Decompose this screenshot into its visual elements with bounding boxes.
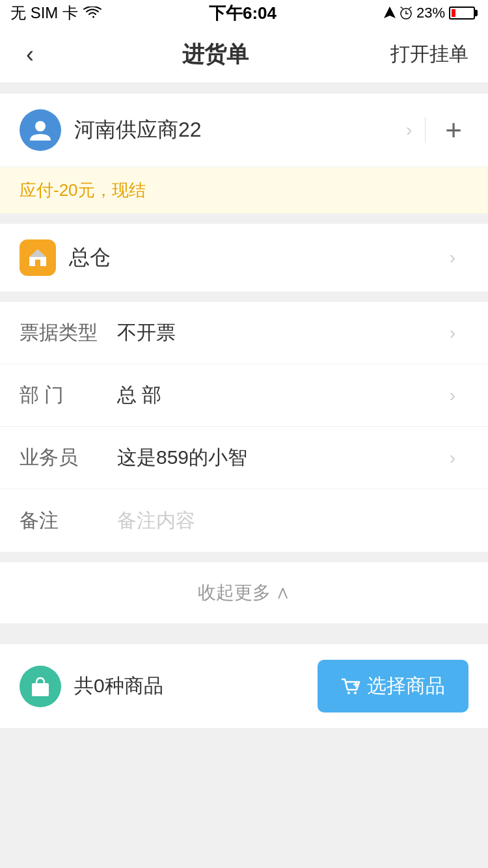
alarm-icon bbox=[400, 7, 413, 20]
battery-icon bbox=[449, 7, 478, 20]
supplier-name: 河南供应商22 bbox=[74, 116, 406, 144]
warehouse-name: 总仓 bbox=[69, 243, 450, 272]
supplier-section: 河南供应商22 › + 应付-20元，现结 bbox=[0, 94, 488, 213]
invoice-type-chevron-icon: › bbox=[450, 323, 455, 344]
status-time: 下午6:04 bbox=[209, 2, 277, 25]
invoice-type-value: 不开票 bbox=[111, 319, 450, 346]
carrier-label: 无 SIM 卡 bbox=[10, 3, 78, 23]
invoice-type-label: 票据类型 bbox=[20, 319, 111, 346]
product-count-label: 共0种商品 bbox=[74, 673, 305, 699]
warehouse-chevron-icon: › bbox=[450, 247, 455, 268]
department-label: 部 门 bbox=[20, 382, 111, 409]
remark-input[interactable]: 备注内容 bbox=[111, 508, 468, 534]
salesperson-row[interactable]: 业务员 这是859的小智 › bbox=[0, 427, 488, 489]
select-product-label: 选择商品 bbox=[367, 673, 445, 699]
open-pending-button[interactable]: 打开挂单 bbox=[390, 41, 468, 68]
status-left: 无 SIM 卡 bbox=[10, 3, 102, 23]
back-button[interactable]: ‹ bbox=[20, 34, 40, 75]
vertical-divider bbox=[425, 117, 426, 143]
svg-point-8 bbox=[347, 692, 350, 694]
notice-text: 应付-20元，现结 bbox=[20, 180, 146, 200]
invoice-type-row[interactable]: 票据类型 不开票 › bbox=[0, 302, 488, 364]
select-product-button[interactable]: 选择商品 bbox=[318, 660, 468, 712]
department-value: 总 部 bbox=[111, 382, 450, 409]
wifi-icon bbox=[83, 7, 102, 20]
form-section: 票据类型 不开票 › 部 门 总 部 › 业务员 这是859的小智 › 备注 备… bbox=[0, 302, 488, 552]
page-background bbox=[0, 728, 488, 868]
cart-add-icon bbox=[341, 677, 360, 696]
nav-bar: ‹ 进货单 打开挂单 bbox=[0, 26, 488, 83]
status-bar: 无 SIM 卡 下午6:04 23% bbox=[0, 0, 488, 26]
location-icon bbox=[384, 7, 396, 20]
remark-row[interactable]: 备注 备注内容 bbox=[0, 489, 488, 552]
department-chevron-icon: › bbox=[450, 385, 455, 406]
svg-rect-6 bbox=[35, 260, 40, 266]
page-title: 进货单 bbox=[182, 40, 249, 70]
status-right: 23% bbox=[384, 5, 478, 21]
supplier-avatar bbox=[20, 109, 61, 151]
svg-rect-7 bbox=[32, 683, 49, 696]
collapse-button[interactable]: 收起更多 ∧ bbox=[0, 562, 488, 623]
person-icon bbox=[27, 117, 53, 143]
svg-line-4 bbox=[409, 7, 411, 8]
svg-point-9 bbox=[354, 692, 357, 694]
section-gap-2 bbox=[0, 213, 488, 224]
section-gap-1 bbox=[0, 83, 488, 94]
notice-banner: 应付-20元，现结 bbox=[0, 167, 488, 213]
bottom-bar: 共0种商品 选择商品 bbox=[0, 644, 488, 728]
svg-line-3 bbox=[401, 7, 403, 8]
add-supplier-button[interactable]: + bbox=[439, 114, 468, 146]
collapse-label: 收起更多 ∧ bbox=[198, 580, 291, 605]
salesperson-label: 业务员 bbox=[20, 444, 111, 471]
salesperson-chevron-icon: › bbox=[450, 448, 455, 468]
battery-percent: 23% bbox=[416, 5, 445, 21]
shopping-bag-icon bbox=[28, 674, 53, 699]
remark-label: 备注 bbox=[20, 508, 111, 534]
warehouse-icon-wrap bbox=[20, 239, 56, 276]
section-gap-3 bbox=[0, 623, 488, 634]
product-icon-wrap bbox=[20, 666, 61, 707]
svg-point-5 bbox=[35, 121, 46, 131]
warehouse-row[interactable]: 总仓 › bbox=[0, 224, 488, 292]
department-row[interactable]: 部 门 总 部 › bbox=[0, 364, 488, 427]
supplier-row[interactable]: 河南供应商22 › + bbox=[0, 94, 488, 167]
warehouse-section: 总仓 › bbox=[0, 224, 488, 292]
salesperson-value: 这是859的小智 bbox=[111, 444, 450, 471]
supplier-chevron-icon: › bbox=[406, 120, 412, 141]
house-icon bbox=[27, 247, 49, 269]
